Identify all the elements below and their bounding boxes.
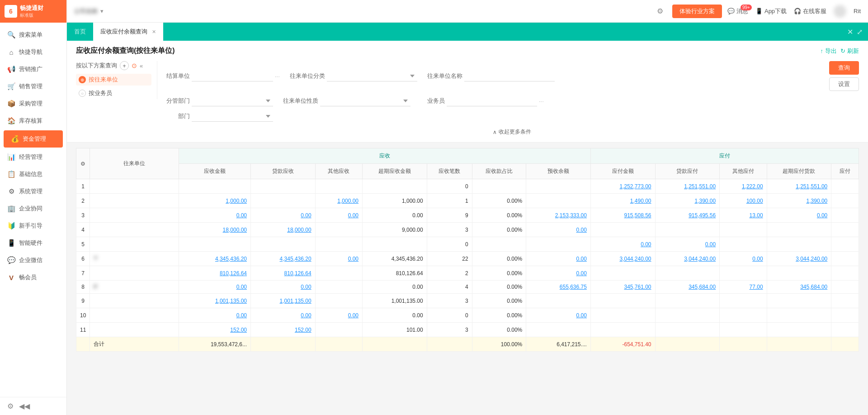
sidebar-item-inventory[interactable]: 🏠库存核算 [0,112,66,129]
filter-fields: 结算单位 ··· 往来单位分类 往来单位名称 查询 设置 [165,61,859,138]
sidebar-item-marketing[interactable]: 📢营销推广 [0,61,66,78]
message-icon: 💬 [727,8,735,14]
sidebar-label-member: 畅会员 [19,273,37,281]
tab-expand-icon[interactable]: ⤢ [857,28,863,36]
set-button[interactable]: 设置 [829,77,859,91]
collapse-label: 收起更多条件 [499,128,531,136]
total-ar-pct: 100.00% [472,337,526,352]
salesperson-label: 业务员 [420,97,445,105]
refresh-button[interactable]: ↻ 刷新 [840,47,859,55]
table-area: ⚙ 往来单位 应收 应付 应收金额 贷款应收 其他应收 超期应收金额 应收笔数 … [67,143,868,415]
service-icon: 🎧 [794,8,801,14]
partner-name-input[interactable] [464,71,555,81]
sidebar-item-hardware[interactable]: 📱智能硬件 [0,234,66,252]
app-download-button[interactable]: 📱 App下载 [755,7,787,15]
sidebar-label-inventory: 库存核算 [19,117,42,125]
scheme-item-salesperson[interactable]: ○ 按业务员 [76,87,151,99]
app-label: App下载 [764,7,787,15]
scheme-partner-label: 按往来单位 [89,76,118,84]
table-row: 2 1,000.00 1,000.00 1,000.00 1 0.00% 1,4… [76,194,859,208]
scheme-item-partner[interactable]: ⊕ 按往来单位 [76,74,151,86]
user-avatar[interactable] [834,5,846,18]
scheme-partner-dot: ⊕ [79,76,86,83]
th-overdue-ar: 超期应收金额 [363,164,427,179]
sidebar-label-wechat: 企业微信 [19,256,42,264]
page-title: 应收应付余额查询(按往来单位) [76,46,175,56]
settlement-dots[interactable]: ··· [275,73,280,80]
marketing-icon: 📢 [7,65,15,73]
table-row: 6 〒 4,345,436.20 4,345,436.20 0.00 4,345… [76,252,859,266]
dept-manager-select[interactable] [192,95,273,106]
gear-button[interactable]: ⚙ [653,5,667,18]
sidebar: 6 畅捷通财 标准版 🔍搜索菜单 ⌂快捷导航 📢营销推广 🛒销售管理 📦采购管理… [0,0,67,415]
row-partner [90,323,179,337]
tab-arbalance-close[interactable]: ✕ [152,29,156,35]
sidebar-item-quick[interactable]: ⌂快捷导航 [0,43,66,61]
total-ar-amount: 19,553,472,6... [179,337,250,352]
refresh-icon: ↻ [840,48,845,54]
scheme-settings-icon[interactable]: ⊙ [132,62,137,69]
table-row: 3 0.00 0.00 0.00 0.00 9 0.00% 2,153,333.… [76,208,859,223]
sidebar-label-guide: 新手引导 [19,222,42,230]
online-service-button[interactable]: 🎧 在线客服 [794,7,826,15]
sidebar-label-finance: 资金管理 [23,135,46,143]
sidebar-item-search[interactable]: 🔍搜索菜单 [0,26,66,43]
th-ar-pct: 应收款占比 [472,164,526,179]
sidebar-item-guide[interactable]: 🔰新手引导 [0,217,66,234]
scheme-collapse-icon[interactable]: « [140,62,143,69]
scheme-add-button[interactable]: + [120,61,129,70]
sidebar-item-purchase[interactable]: 📦采购管理 [0,95,66,112]
title-row: 应收应付余额查询(按往来单位) ↑ 导出 ↻ 刷新 [76,46,859,56]
dept-label: 部门 [165,112,190,120]
sidebar-item-wechat[interactable]: 💬企业微信 [0,252,66,269]
tab-home[interactable]: 首页 [67,23,93,41]
quick-nav-icon: ⌂ [7,48,15,56]
table-total-row: 合计 19,553,472,6... 100.00% 6,417,215....… [76,337,859,352]
footer-settings-icon[interactable]: ⚙ [7,402,14,410]
sidebar-item-finance[interactable]: 💰资金管理 [4,130,63,148]
sidebar-item-operation[interactable]: 📊经营管理 [0,148,66,166]
partner-name-label: 往来单位名称 [426,72,462,80]
hardware-icon: 📱 [7,239,15,247]
tab-arbalance[interactable]: 应收应付余额查询 ✕ [93,23,163,41]
message-button[interactable]: 💬 消息 99+ [727,7,748,15]
th-group-ap: 应付 [590,148,859,164]
row-num: 1 [76,179,90,194]
settlement-input[interactable] [192,71,273,81]
sales-icon: 🛒 [7,82,15,91]
industry-solution-button[interactable]: 体验行业方案 [672,5,722,18]
partner-category-select[interactable] [327,71,417,81]
sidebar-item-basic[interactable]: 📋基础信息 [0,166,66,183]
table-settings-icon[interactable]: ⚙ [80,161,85,167]
sidebar-item-corp[interactable]: 🏢企业协同 [0,200,66,217]
table-group-header-row: ⚙ 往来单位 应收 应付 [76,148,859,164]
table-row: 8 P 0.00 0.00 0.00 4 0.00% 655,636.75 34… [76,281,859,294]
dept-select[interactable] [192,111,273,122]
export-button[interactable]: ↑ 导出 [821,47,837,55]
row-partner [90,179,179,194]
content-header: 应收应付余额查询(按往来单位) ↑ 导出 ↻ 刷新 按以下方案查询 + ⊙ [67,41,868,143]
table-row: 10 0.00 0.00 0.00 0.00 0 0.00% 0.00 [76,308,859,323]
salesperson-dots[interactable]: ··· [539,98,544,105]
filter-row-1: 结算单位 ··· 往来单位分类 往来单位名称 查询 设置 [165,61,859,91]
app-icon: 📱 [755,8,763,14]
partner-nature-select[interactable] [320,95,410,106]
sidebar-item-member[interactable]: V畅会员 [0,269,66,286]
table-row: 5 0 0.00 0.00 [76,237,859,252]
th-settings[interactable]: ⚙ [76,148,90,179]
th-loan-ar: 贷款应收 [251,164,316,179]
sidebar-item-sales[interactable]: 🛒销售管理 [0,78,66,95]
salesperson-input[interactable] [447,95,537,106]
query-button[interactable]: 查询 [829,61,859,75]
wechat-icon: 💬 [7,256,15,264]
tab-arbalance-label: 应收应付余额查询 [100,28,147,36]
tab-close-all-icon[interactable]: ✕ [847,28,853,36]
footer-collapse-icon[interactable]: ◀◀ [19,402,30,410]
breadcrumb-chevron[interactable]: ▾ [100,8,104,14]
sidebar-label-basic: 基础信息 [19,170,42,178]
sidebar-item-system[interactable]: ⚙系统管理 [0,183,66,200]
filter-collapse-button[interactable]: ∧ 收起更多条件 [165,126,859,138]
username-label[interactable]: Rit [854,8,861,14]
th-other-ar: 其他应收 [315,164,362,179]
scheme-salesperson-dot: ○ [79,90,86,97]
